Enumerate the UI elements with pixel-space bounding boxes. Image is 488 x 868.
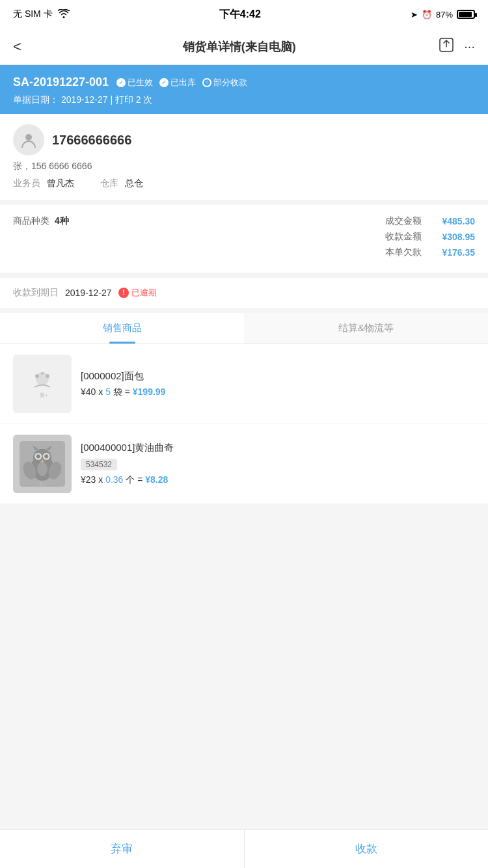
svg-point-3: [35, 374, 39, 378]
customer-section: 17666666666 张，156 6666 6666 业务员 曾凡杰 仓库 总…: [0, 114, 488, 200]
category-count: 4种: [55, 215, 69, 226]
product-price-2: ¥23 x 0.36 个 = ¥8.28: [81, 474, 475, 486]
tabs-row: 销售商品 结算&物流等: [0, 313, 488, 344]
product-price-1: ¥40 x 5 袋 = ¥199.99: [81, 387, 475, 398]
order-id: SA-20191227-001: [13, 75, 109, 89]
customer-meta: 业务员 曾凡杰 仓库 总仓: [13, 178, 475, 189]
cancel-button[interactable]: 弃审: [0, 830, 245, 868]
owed-label: 本单欠款: [385, 247, 422, 258]
battery-icon: [457, 10, 475, 19]
deal-amount-value: ¥485.30: [429, 216, 475, 226]
product-name-2: [000400001]黄油曲奇: [81, 442, 475, 454]
back-button[interactable]: <: [13, 38, 39, 55]
status-shipped: ✓ 已出库: [159, 77, 196, 88]
clock-icon: ○: [202, 78, 211, 87]
page-title: 销货单详情(来自电脑): [183, 39, 296, 55]
tab-products[interactable]: 销售商品: [0, 313, 244, 344]
customer-name: 17666666666: [52, 133, 131, 148]
carrier-text: 无 SIM 卡: [13, 8, 53, 20]
svg-text:量+: 量+: [39, 481, 46, 486]
status-right: ➤ ⏰ 87%: [411, 10, 475, 20]
due-section: 收款到期日 2019-12-27 ! 已逾期: [0, 278, 488, 308]
svg-point-1: [25, 134, 32, 141]
status-left: 无 SIM 卡: [13, 8, 70, 20]
check-icon-1: ✓: [116, 78, 126, 87]
svg-point-4: [46, 374, 49, 378]
share-button[interactable]: [439, 38, 454, 55]
stats-section: 商品种类 4种 成交金额 ¥485.30 收款金额 ¥308.95 本单欠款 ¥…: [0, 205, 488, 273]
svg-text:量+: 量+: [40, 392, 48, 398]
warehouse-label: 仓库: [100, 178, 118, 188]
alarm-icon: ⏰: [422, 10, 432, 20]
location-icon: ➤: [411, 10, 418, 20]
more-button[interactable]: ···: [464, 39, 475, 54]
tab-settlement[interactable]: 结算&物流等: [244, 313, 488, 344]
wifi-icon: [58, 9, 70, 20]
products-section: 量+ [0000002]面包 ¥40 x 5 袋 = ¥199.99: [0, 344, 488, 504]
product-image-1: 量+: [13, 355, 72, 413]
sales-person-label: 业务员: [13, 178, 40, 188]
product-image-2: 量+: [13, 435, 72, 493]
svg-point-19: [37, 462, 47, 476]
product-qty-1: 5: [105, 387, 111, 397]
product-sku: 534532: [81, 459, 117, 470]
warehouse-value: 总仓: [125, 178, 143, 188]
deal-amount-label: 成交金额: [385, 215, 422, 227]
product-name-1: [0000002]面包: [81, 370, 475, 383]
overdue-badge: ! 已逾期: [118, 287, 157, 299]
product-total-1: ¥199.99: [133, 387, 166, 397]
status-effective: ✓ 已生效: [116, 77, 153, 88]
status-bar: 无 SIM 卡 下午4:42 ➤ ⏰ 87%: [0, 0, 488, 29]
svg-point-5: [41, 372, 44, 375]
received-value: ¥308.95: [429, 232, 475, 242]
order-header: SA-20191227-001 ✓ 已生效 ✓ 已出库 ○ 部分收款 单据日期：…: [0, 65, 488, 114]
overdue-text: 已逾期: [131, 287, 157, 299]
product-item: 量+ [0000002]面包 ¥40 x 5 袋 = ¥199.99: [0, 344, 488, 424]
owed-value: ¥176.35: [429, 247, 475, 258]
product-item-2: 量+ [000400001]黄油曲奇 534532 ¥23 x 0.36 个 =…: [0, 424, 488, 504]
battery-text: 87%: [436, 10, 453, 20]
svg-point-14: [36, 454, 40, 458]
order-date: 单据日期： 2019-12-27 | 打印 2 次: [13, 94, 475, 106]
nav-actions: ···: [439, 38, 475, 55]
status-partial-payment: ○ 部分收款: [202, 77, 247, 88]
customer-phone: 张，156 6666 6666: [13, 161, 475, 172]
tabs-section: 销售商品 结算&物流等: [0, 313, 488, 344]
due-label: 收款到期日: [13, 287, 59, 299]
overdue-icon: !: [118, 288, 129, 298]
sales-person-value: 曾凡杰: [47, 178, 74, 188]
svg-point-15: [44, 454, 48, 458]
product-details-1: [0000002]面包 ¥40 x 5 袋 = ¥199.99: [81, 370, 475, 398]
check-icon-2: ✓: [159, 78, 169, 87]
product-details-2: [000400001]黄油曲奇 534532 ¥23 x 0.36 个 = ¥8…: [81, 442, 475, 486]
status-time: 下午4:42: [219, 8, 261, 21]
nav-bar: < 销货单详情(来自电脑) ···: [0, 29, 488, 65]
category-stat: 商品种类 4种: [13, 215, 69, 227]
product-total-2: ¥8.28: [145, 474, 168, 485]
amount-stats: 成交金额 ¥485.30 收款金额 ¥308.95 本单欠款 ¥176.35: [385, 215, 475, 262]
received-label: 收款金额: [385, 231, 422, 243]
status-badges: ✓ 已生效 ✓ 已出库 ○ 部分收款: [116, 77, 247, 88]
due-date-value: 2019-12-27: [65, 288, 112, 298]
product-qty-2: 0.36: [105, 474, 123, 485]
bottom-bar: 弃审 收款: [0, 829, 488, 868]
avatar: [13, 124, 44, 156]
confirm-button[interactable]: 收款: [245, 830, 489, 868]
